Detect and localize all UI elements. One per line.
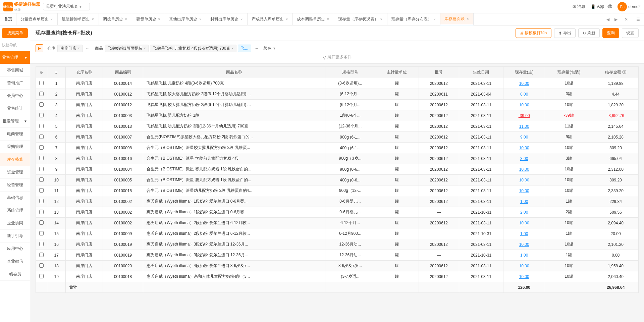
tab-adjust-close[interactable]: × — [124, 17, 128, 21]
message-btn[interactable]: ✉ 消息 — [573, 4, 585, 9]
row-checkbox-14[interactable] — [39, 220, 44, 225]
tab-batchstock-close[interactable]: × — [466, 17, 469, 21]
row-checkbox-17[interactable] — [39, 253, 44, 257]
row-checkbox-10[interactable] — [39, 177, 44, 182]
col-gear[interactable]: ⚙ — [36, 67, 47, 78]
tab-stock2[interactable]: 现存量（库存分布表） × — [387, 13, 441, 25]
expand-toggle-btn[interactable]: ▶ — [36, 44, 43, 52]
sidebar-item-app-center[interactable]: 应用中心 — [0, 243, 30, 255]
row-checkbox-2[interactable] — [39, 92, 44, 96]
tab-combo[interactable]: 组装拆卸单历史 × — [58, 13, 99, 25]
sidebar-item-marketing[interactable]: 营销推广 — [0, 77, 30, 90]
product-tag-2-close[interactable]: × — [231, 47, 233, 50]
tab-otherout[interactable]: 其他出库单历史 × — [165, 13, 206, 25]
tab-split-close[interactable]: × — [50, 17, 53, 21]
row-qty-main[interactable]: 3.00 — [503, 153, 545, 164]
tab-cost-close[interactable]: × — [326, 17, 330, 21]
row-checkbox-15[interactable] — [39, 231, 44, 235]
sidebar-item-sys-mgmt[interactable]: 系统管理 — [0, 204, 30, 217]
row-checkbox[interactable] — [36, 175, 47, 185]
tab-split[interactable]: 分量盘点单历史 × — [16, 13, 58, 25]
app-download-btn[interactable]: 📱 App下载 — [591, 4, 612, 9]
row-checkbox-8[interactable] — [39, 156, 44, 160]
row-checkbox[interactable] — [36, 207, 47, 218]
row-qty-main[interactable]: 11.00 — [503, 121, 545, 132]
row-checkbox[interactable] — [36, 218, 47, 228]
row-checkbox[interactable] — [36, 228, 47, 239]
row-checkbox-3[interactable] — [39, 102, 44, 107]
sidebar-item-enterprise-wechat[interactable]: 企业微信 — [0, 255, 30, 268]
sidebar-item-member-vip[interactable]: 畅会员 — [0, 268, 30, 281]
search-menu-btn[interactable]: 搜索菜单 — [2, 28, 28, 38]
nav-next-btn[interactable]: ▶ — [612, 13, 620, 25]
sidebar-item-new-guide[interactable]: 新手引导 — [0, 230, 30, 243]
row-checkbox-6[interactable] — [39, 135, 44, 139]
row-checkbox-5[interactable] — [39, 124, 44, 128]
warehouse-tag-close[interactable]: × — [78, 47, 80, 50]
tab-otherout-close[interactable]: × — [199, 17, 202, 21]
tab-product-close[interactable]: × — [285, 17, 288, 21]
row-checkbox[interactable] — [36, 250, 47, 261]
row-checkbox[interactable] — [36, 121, 47, 132]
expand-more-btn[interactable]: ⋁ 展开更多条件 — [323, 54, 352, 60]
row-qty-main[interactable]: 10.00 — [503, 271, 545, 282]
nav-menu-btn[interactable]: ☰ — [632, 13, 644, 25]
industry-selector[interactable]: 母婴行业演示账套 ▾ — [43, 3, 90, 10]
row-checkbox-7[interactable] — [39, 145, 44, 150]
sidebar-item-operations[interactable]: 经营管理 — [0, 179, 30, 192]
warehouse-more-btn[interactable]: ··· — [85, 46, 91, 51]
row-qty-main[interactable]: 10.00 — [503, 239, 545, 250]
tab-adjust[interactable]: 调拨单历史 × — [99, 13, 132, 25]
row-checkbox[interactable] — [36, 185, 47, 196]
tab-borrow[interactable]: 要货单历史 × — [132, 13, 165, 25]
row-checkbox[interactable] — [36, 239, 47, 250]
row-qty-main[interactable]: -39.00 — [503, 110, 545, 121]
row-checkbox[interactable] — [36, 271, 47, 282]
sidebar-item-purchase[interactable]: 采购管理 — [0, 141, 30, 153]
row-qty-main[interactable]: 1.00 — [503, 228, 545, 239]
tab-combo-close[interactable]: × — [91, 17, 95, 21]
nav-close-all-btn[interactable]: ✕ — [620, 13, 632, 25]
sidebar-item-ecommerce[interactable]: 电商管理 — [0, 128, 30, 141]
product-more-btn[interactable]: ··· — [253, 46, 259, 51]
settings-btn[interactable]: 设置 — [622, 28, 639, 38]
row-qty-main[interactable]: 0.00 — [503, 89, 545, 100]
row-checkbox-11[interactable] — [39, 188, 44, 193]
row-checkbox-13[interactable] — [39, 210, 44, 214]
row-checkbox-12[interactable] — [39, 199, 44, 203]
row-qty-main[interactable]: 10.00 — [503, 143, 545, 153]
row-checkbox[interactable] — [36, 143, 47, 153]
refresh-btn[interactable]: ↻ 刷新 — [578, 28, 600, 38]
row-checkbox[interactable] — [36, 110, 47, 121]
print-btn[interactable]: 🖨 按模板打印 ▾ — [516, 28, 551, 38]
sidebar-item-finance[interactable]: 资金管理 — [0, 166, 30, 179]
row-qty-main[interactable]: 10.00 — [503, 218, 545, 228]
row-qty-main[interactable]: 2.00 — [503, 207, 545, 218]
row-checkbox[interactable] — [36, 132, 47, 143]
sidebar-item-basic-info[interactable]: 基础信息 — [0, 192, 30, 204]
row-qty-main[interactable]: 10.00 — [503, 78, 545, 89]
tab-stock2-close[interactable]: × — [433, 17, 436, 21]
row-qty-main[interactable]: 10.00 — [503, 261, 545, 271]
sidebar-item-member[interactable]: 会员中心 — [0, 90, 30, 102]
sidebar-item-wholesale[interactable]: 批发管理 ▼ — [0, 115, 30, 128]
row-checkbox[interactable] — [36, 153, 47, 164]
row-qty-main[interactable]: 1.00 — [503, 250, 545, 261]
row-checkbox-9[interactable] — [39, 167, 44, 171]
tab-material-close[interactable]: × — [240, 17, 243, 21]
row-checkbox-19[interactable] — [39, 274, 44, 278]
product-tag-more[interactable]: 飞... — [238, 45, 251, 52]
row-checkbox[interactable] — [36, 78, 47, 89]
gear-settings-icon[interactable]: ⚙ — [40, 70, 43, 75]
sidebar-item-enterprise[interactable]: 企业协同 — [0, 217, 30, 230]
tab-home[interactable]: 首页 — [0, 13, 16, 25]
tab-batchstock[interactable]: 库存批次账 × — [440, 13, 474, 25]
row-qty-main[interactable]: 10.00 — [503, 185, 545, 196]
sidebar-item-retail-mall[interactable]: 零售商城 — [0, 64, 30, 77]
user-profile[interactable]: Ea demo2 — [618, 2, 641, 11]
nav-prev-btn[interactable]: ◀ — [604, 13, 612, 25]
sidebar-item-retail-stats[interactable]: 零售统计 — [0, 102, 30, 115]
tab-material[interactable]: 材料出库单历史 × — [206, 13, 248, 25]
row-checkbox-18[interactable] — [39, 263, 44, 268]
row-checkbox-1[interactable] — [39, 81, 44, 85]
